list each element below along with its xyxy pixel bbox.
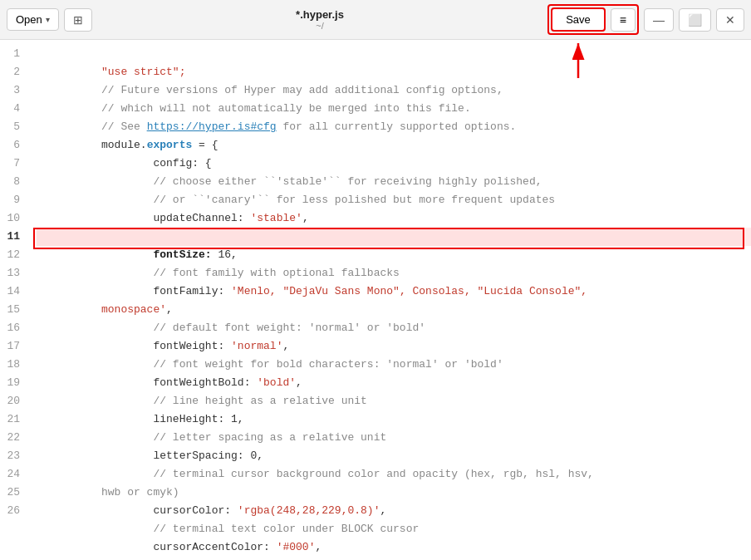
- code-line-26: // ``'BEAM'`` for | ``'UNDERLINE'`` for …: [37, 538, 751, 557]
- code-line-14: // default font weight: 'normal' or 'bol…: [37, 301, 751, 319]
- code-line-13: fontFamily: 'Menlo, "DejaVu Sans Mono", …: [37, 264, 751, 282]
- line-num: 11: [7, 228, 20, 246]
- minimize-icon: —: [653, 13, 665, 27]
- code-line-6: config: {: [37, 136, 751, 155]
- line-num: 2: [7, 63, 20, 81]
- code-line-21: letterSpacing: 0,: [37, 429, 751, 447]
- line-num: 3: [7, 81, 20, 100]
- line-num: 8: [7, 173, 20, 191]
- code-line-5: module.exports = {: [37, 118, 751, 136]
- open-button[interactable]: Open ▾: [7, 8, 59, 31]
- line-num: 1: [7, 45, 20, 63]
- code-line-8: // or ``'canary'`` for less polished but…: [37, 173, 751, 191]
- code-line-4: // See https://hyper.is#cfg for all curr…: [37, 100, 751, 118]
- code-line-2: // Future versions of Hyper may add addi…: [37, 63, 751, 81]
- line-num: 17: [7, 337, 20, 356]
- titlebar-left: Open ▾ ⊞: [7, 8, 92, 32]
- line-num: 16: [7, 319, 20, 337]
- code-line-22: // terminal cursor background color and …: [37, 447, 751, 465]
- line-num: 9: [7, 191, 20, 209]
- line-num: 4: [7, 100, 20, 118]
- file-path: ~/: [316, 21, 323, 31]
- titlebar: Open ▾ ⊞ *.hyper.js ~/ Save ≡ — ⬜: [0, 0, 751, 40]
- close-icon: ✕: [725, 13, 735, 27]
- code-line-24: // terminal text color under BLOCK curso…: [37, 502, 751, 520]
- maximize-icon: ⬜: [688, 13, 702, 27]
- close-button[interactable]: ✕: [716, 8, 744, 32]
- code-line-11: fontSize: 16,: [37, 228, 751, 246]
- minimize-button[interactable]: —: [644, 8, 674, 32]
- line-num: 23: [7, 447, 20, 465]
- line-num: 6: [7, 136, 20, 155]
- line-num: 18: [7, 356, 20, 374]
- line-num: 7: [7, 155, 20, 173]
- code-line-16: // font weight for bold characters: 'nor…: [37, 337, 751, 356]
- code-line-3: // which will not automatically be merge…: [37, 81, 751, 100]
- code-line-9: updateChannel: 'stable',: [37, 191, 751, 209]
- code-line-12: // font family with optional fallbacks: [37, 246, 751, 264]
- titlebar-center: *.hyper.js ~/: [97, 8, 542, 31]
- new-tab-icon: ⊞: [73, 13, 83, 27]
- code-line-15: fontWeight: 'normal',: [37, 319, 751, 337]
- code-line-13-cont: monospace',: [37, 282, 751, 301]
- code-line-20: // letter spacing as a relative unit: [37, 410, 751, 429]
- menu-button[interactable]: ≡: [611, 8, 636, 32]
- chevron-down-icon: ▾: [46, 15, 50, 24]
- line-num: 13: [7, 264, 20, 282]
- line-num: 21: [7, 410, 20, 429]
- code-content[interactable]: "use strict"; // Future versions of Hype…: [30, 40, 751, 560]
- maximize-button[interactable]: ⬜: [679, 8, 711, 32]
- code-container: 1 2 3 4 5 6 7 8 9 10 11 12 13 14 15 16 1…: [0, 40, 751, 560]
- file-title: *.hyper.js: [296, 8, 344, 21]
- line-num: 5: [7, 118, 20, 136]
- line-num: 12: [7, 246, 20, 264]
- save-region: Save ≡: [547, 4, 639, 35]
- hamburger-icon: ≡: [620, 13, 626, 27]
- line-num: 15: [7, 301, 20, 319]
- editor: 1 2 3 4 5 6 7 8 9 10 11 12 13 14 15 16 1…: [0, 40, 751, 560]
- line-num: 25: [7, 484, 20, 502]
- code-line-17: fontWeightBold: 'bold',: [37, 356, 751, 374]
- code-line-1: "use strict";: [37, 45, 751, 63]
- code-line-22-cont: hwb or cmyk): [37, 465, 751, 484]
- line-num: 26: [7, 502, 20, 520]
- code-line-19: lineHeight: 1,: [37, 392, 751, 410]
- open-label: Open: [16, 13, 42, 26]
- line-num: 19: [7, 374, 20, 392]
- line-num: 20: [7, 392, 20, 410]
- line-num: 22: [7, 429, 20, 447]
- app-window: Open ▾ ⊞ *.hyper.js ~/ Save ≡ — ⬜: [0, 0, 751, 560]
- line-num: 14: [7, 282, 20, 301]
- new-tab-button[interactable]: ⊞: [64, 8, 92, 32]
- code-line-18: // line height as a relative unit: [37, 374, 751, 392]
- code-line-23: cursorColor: 'rgba(248,28,229,0.8)',: [37, 484, 751, 502]
- code-line-7: // choose either ``'stable'`` for receiv…: [37, 155, 751, 173]
- titlebar-right: Save ≡ — ⬜ ✕: [547, 4, 744, 35]
- code-line-25: cursorAccentColor: '#000',: [37, 520, 751, 538]
- line-num: 24: [7, 465, 20, 484]
- code-line-10: // default font size in pixels for all t…: [37, 209, 751, 228]
- save-button[interactable]: Save: [551, 7, 606, 32]
- line-numbers: 1 2 3 4 5 6 7 8 9 10 11 12 13 14 15 16 1…: [0, 40, 30, 560]
- line-num: 10: [7, 209, 20, 228]
